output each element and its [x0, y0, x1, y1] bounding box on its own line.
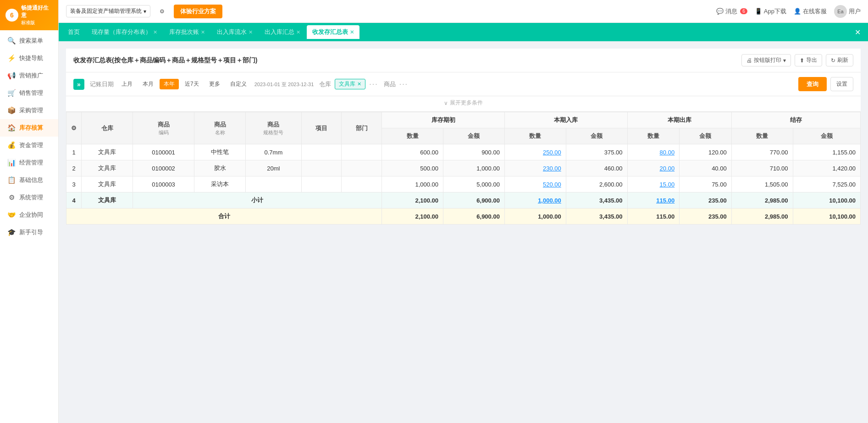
row-in-qty[interactable]: 230.00: [504, 160, 566, 176]
date-btn-自定义[interactable]: 自定义: [226, 79, 251, 89]
col-opening-amount: 金额: [443, 128, 505, 144]
nav-label-2: 营销推广: [19, 71, 43, 80]
nav-icon-7: 📊: [7, 159, 16, 167]
tab-4[interactable]: 出入库汇总 ✕: [259, 25, 306, 39]
tab-2[interactable]: 库存批次账 ✕: [164, 25, 210, 39]
export-btn[interactable]: ⬆ 导出: [795, 54, 822, 66]
tab-0[interactable]: 首页: [62, 25, 85, 39]
row-goods-name: 胶水: [194, 160, 245, 176]
page-header: 收发存汇总表(按仓库＋商品编码＋商品＋规格型号＋项目＋部门) 🖨 按钮版打印 ▾…: [66, 49, 861, 72]
messages-btn[interactable]: 💬 消息 6: [716, 7, 747, 16]
row-out-qty[interactable]: 15.00: [627, 176, 680, 192]
row-goods-code: 0100003: [133, 176, 194, 192]
query-btn[interactable]: 查询: [798, 77, 827, 91]
sidebar-item-4[interactable]: 📦采购管理: [0, 102, 58, 119]
row-project: [301, 176, 342, 192]
date-filter-label: 记账日期: [90, 80, 114, 88]
nav-label-1: 快捷导航: [19, 54, 43, 62]
filter-expand-icon[interactable]: »: [73, 79, 84, 90]
system-selector[interactable]: 装备及固定资产辅助管理系统 ▾: [66, 5, 150, 17]
subtotal-label: 小计: [133, 192, 382, 209]
row-out-amount: 40.00: [680, 160, 732, 176]
tab-close-3[interactable]: ✕: [249, 29, 253, 35]
topbar: 装备及固定资产辅助管理系统 ▾ ⚙ 体验行业方案 💬 消息 6 📱 App下载 …: [59, 0, 868, 23]
sidebar-item-5[interactable]: 🏠库存核算: [0, 119, 58, 137]
date-btn-上月[interactable]: 上月: [117, 79, 137, 89]
main-content: 收发存汇总表(按仓库＋商品编码＋商品＋规格型号＋项目＋部门) 🖨 按钮版打印 ▾…: [59, 41, 868, 423]
print-icon: 🖨: [746, 57, 752, 64]
tab-close-1[interactable]: ✕: [153, 29, 157, 35]
logo-icon: 6: [6, 9, 18, 22]
tab-5[interactable]: 收发存汇总表 ✕: [307, 25, 359, 39]
date-btn-本年[interactable]: 本年: [160, 79, 179, 89]
sidebar-item-2[interactable]: 📢营销推广: [0, 67, 58, 84]
chevron-down-icon: ▾: [783, 57, 786, 64]
nav-icon-10: 🤝: [7, 211, 16, 219]
row-out-qty[interactable]: 80.00: [627, 144, 680, 160]
row-department: [342, 160, 382, 176]
sidebar-item-11[interactable]: 🎓新手引导: [0, 224, 58, 241]
nav-label-4: 采购管理: [19, 106, 43, 115]
sidebar-item-7[interactable]: 📊经营管理: [0, 154, 58, 171]
sidebar-item-1[interactable]: ⚡快捷导航: [0, 49, 58, 67]
nav-icon-5: 🏠: [7, 124, 16, 132]
sidebar-item-10[interactable]: 🤝企业协同: [0, 206, 58, 224]
row-goods-name: 中性笔: [194, 144, 245, 160]
tab-close-5[interactable]: ✕: [350, 29, 354, 35]
table-row: 3 文具库 0100003 采访本 1,000.00 5,000.00 520.…: [66, 176, 861, 192]
expand-more-btn[interactable]: ∨ 展开更多条件: [444, 99, 483, 107]
col-settings[interactable]: ⚙: [66, 112, 82, 144]
print-btn[interactable]: 🖨 按钮版打印 ▾: [741, 54, 791, 66]
row-in-qty[interactable]: 250.00: [504, 144, 566, 160]
col-in-amount: 金额: [566, 128, 627, 144]
sidebar-item-9[interactable]: ⚙系统管理: [0, 189, 58, 206]
tab-1[interactable]: 现存量（库存分布表） ✕: [86, 25, 163, 39]
date-btn-近7天[interactable]: 近7天: [181, 79, 203, 89]
gear-icon: ⚙: [160, 8, 165, 15]
tab-3[interactable]: 出入库流水 ✕: [211, 25, 258, 39]
col-balance-qty: 数量: [731, 128, 793, 144]
total-label: 合计: [66, 209, 382, 225]
warehouse-tag-close[interactable]: ✕: [357, 81, 361, 87]
nav-label-3: 销售管理: [19, 89, 43, 97]
subtotal-in-qty[interactable]: 1,000.00: [504, 192, 566, 209]
warehouse-filter: 仓库 文具库 ✕ ···: [319, 79, 378, 89]
sidebar-item-8[interactable]: 📋基础信息: [0, 171, 58, 189]
subtotal-out-qty[interactable]: 115.00: [627, 192, 680, 209]
row-in-amount: 375.00: [566, 144, 627, 160]
goods-more-dots[interactable]: ···: [399, 80, 408, 88]
date-btn-本月[interactable]: 本月: [138, 79, 158, 89]
expand-row: ∨ 展开更多条件: [66, 96, 861, 112]
page-actions: 🖨 按钮版打印 ▾ ⬆ 导出 ↻ 刷新: [741, 54, 853, 66]
tab-label-5: 收发存汇总表: [312, 28, 348, 36]
refresh-btn[interactable]: ↻ 刷新: [826, 54, 853, 66]
row-balance-amount: 7,525.00: [793, 176, 860, 192]
row-out-qty[interactable]: 20.00: [627, 160, 680, 176]
sidebar-item-3[interactable]: 🛒销售管理: [0, 84, 58, 102]
date-btn-更多[interactable]: 更多: [205, 79, 224, 89]
total-balance-qty: 2,985.00: [731, 209, 793, 225]
row-in-qty[interactable]: 520.00: [504, 176, 566, 192]
trial-btn[interactable]: 体验行业方案: [174, 5, 222, 18]
app-download-btn[interactable]: 📱 App下载: [755, 7, 786, 16]
subtotal-no: 4: [66, 192, 82, 209]
warehouse-more-dots[interactable]: ···: [369, 80, 378, 88]
row-balance-qty: 1,505.00: [731, 176, 793, 192]
row-balance-qty: 710.00: [731, 160, 793, 176]
tab-bar-close-btn[interactable]: ✕: [851, 26, 864, 38]
subtotal-warehouse: 文具库: [82, 192, 133, 209]
sidebar-item-6[interactable]: 💰资金管理: [0, 137, 58, 154]
col-goods-name-header: 商品名称: [194, 112, 245, 144]
row-no: 3: [66, 176, 82, 192]
user-menu[interactable]: Ea 用户: [834, 5, 861, 18]
warehouse-tag[interactable]: 文具库 ✕: [335, 79, 365, 89]
gear-btn[interactable]: ⚙: [155, 6, 169, 16]
filter-settings-btn[interactable]: 设置: [830, 77, 853, 91]
tab-close-4[interactable]: ✕: [296, 29, 300, 35]
tab-close-2[interactable]: ✕: [201, 29, 205, 35]
sidebar-item-0[interactable]: 🔍搜索菜单: [0, 32, 58, 49]
total-in-amount: 3,435.00: [566, 209, 627, 225]
online-support-btn[interactable]: 👤 在线客服: [794, 7, 827, 16]
table-row: 1 文具库 0100001 中性笔 0.7mm 600.00 900.00 25…: [66, 144, 861, 160]
row-warehouse: 文具库: [82, 144, 133, 160]
